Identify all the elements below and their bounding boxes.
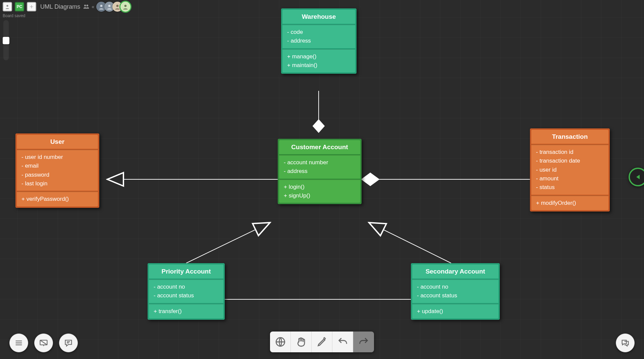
- class-ops: + verifyPassword(): [17, 191, 98, 206]
- class-ops: + transfer(): [149, 304, 223, 318]
- class-attrs: - user id number - email - password - la…: [17, 149, 98, 191]
- class-ops: + update(): [412, 304, 498, 318]
- class-title: User: [17, 135, 98, 149]
- user-badge[interactable]: PC: [15, 2, 24, 11]
- svg-point-7: [84, 4, 86, 6]
- tool-globe[interactable]: [270, 332, 291, 352]
- tool-hand[interactable]: [291, 332, 312, 352]
- side-panel-toggle[interactable]: [629, 168, 644, 186]
- class-title: Secondary Account: [412, 264, 498, 279]
- bottom-toolbar: [270, 332, 374, 352]
- class-title: Priority Account: [149, 264, 223, 279]
- add-button[interactable]: [27, 2, 36, 11]
- class-title: Transaction: [531, 130, 608, 144]
- class-attrs: - account number - address: [279, 155, 360, 179]
- chevron-left-icon[interactable]: «: [92, 4, 94, 9]
- bottom-right-buttons: [616, 334, 635, 352]
- class-ops: + modifyOrder(): [531, 195, 608, 210]
- bottom-left-buttons: [9, 334, 78, 352]
- menu-icon: [14, 338, 23, 348]
- user-badge-label: PC: [17, 4, 22, 9]
- svg-point-11: [116, 5, 119, 7]
- class-user[interactable]: User - user id number - email - password…: [15, 133, 99, 208]
- pencil-icon: [316, 336, 328, 348]
- class-warehouse[interactable]: Warehouse - code - address + manage() + …: [281, 8, 357, 74]
- svg-line-3: [186, 223, 270, 263]
- undo-icon: [337, 336, 348, 348]
- svg-point-8: [87, 4, 88, 6]
- saved-label: Board saved: [3, 13, 25, 18]
- avatar-stack: [96, 2, 130, 12]
- class-attrs: - account no - account status: [412, 279, 498, 303]
- redo-icon: [358, 336, 369, 348]
- top-bar: PC UML Diagrams «: [0, 0, 644, 13]
- hand-icon: [296, 336, 307, 348]
- present-icon: [39, 338, 48, 348]
- svg-point-10: [108, 5, 111, 7]
- zoom-thumb[interactable]: [3, 37, 9, 44]
- board-title: UML Diagrams: [40, 3, 80, 10]
- comments-button[interactable]: [59, 334, 78, 352]
- comments-icon: [64, 338, 73, 348]
- class-attrs: - account no - account status: [149, 279, 223, 303]
- play-left-icon: [635, 174, 641, 180]
- chat-button[interactable]: [616, 334, 635, 352]
- class-ops: + login() + signUp(): [279, 179, 360, 203]
- home-button[interactable]: [3, 2, 12, 11]
- zoom-slider[interactable]: [3, 20, 9, 60]
- present-button[interactable]: [34, 334, 53, 352]
- class-priority-account[interactable]: Priority Account - account no - account …: [148, 263, 225, 320]
- class-attrs: - code - address: [282, 24, 355, 48]
- chat-icon: [621, 338, 630, 348]
- svg-point-12: [124, 5, 127, 7]
- class-customer-account[interactable]: Customer Account - account number - addr…: [278, 139, 362, 204]
- class-secondary-account[interactable]: Secondary Account - account no - account…: [411, 263, 500, 320]
- tool-redo: [353, 332, 374, 352]
- tool-draw[interactable]: [312, 332, 332, 352]
- class-ops: + manage() + maintain(): [282, 49, 355, 73]
- svg-point-9: [100, 5, 103, 7]
- globe-icon: [275, 336, 286, 348]
- svg-line-4: [369, 223, 451, 263]
- class-attrs: - transaction id - transaction date - us…: [531, 144, 608, 195]
- svg-point-6: [6, 5, 8, 7]
- collaborators-icon[interactable]: [83, 3, 90, 11]
- tool-undo[interactable]: [332, 332, 353, 352]
- class-transaction[interactable]: Transaction - transaction id - transacti…: [530, 128, 610, 212]
- avatar[interactable]: [120, 2, 130, 12]
- class-title: Customer Account: [279, 140, 360, 154]
- menu-button[interactable]: [9, 334, 28, 352]
